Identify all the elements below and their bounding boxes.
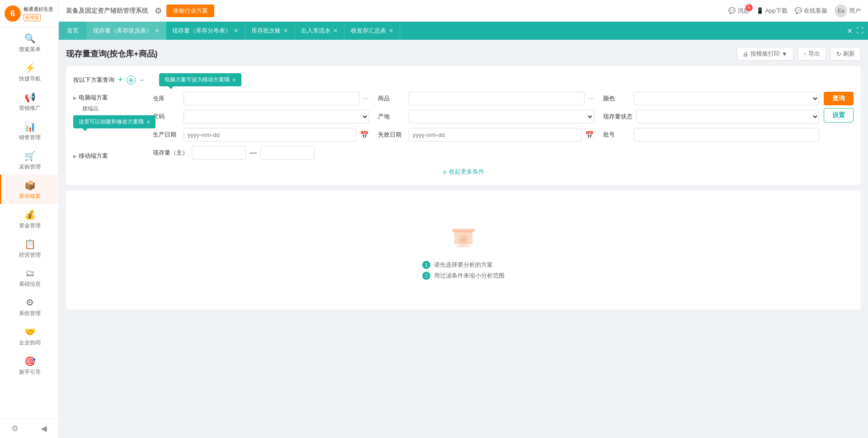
stock-range-dash: — [250, 149, 257, 157]
color-label: 颜色 [603, 94, 630, 103]
sidebar-item-marketing[interactable]: 📢 营销推广 [0, 86, 58, 116]
goods-dots[interactable]: ··· [588, 94, 594, 103]
tab-home[interactable]: 首页 [59, 22, 87, 40]
refresh-icon: ↻ [836, 51, 841, 57]
basic-icon: 🗂 [25, 268, 34, 278]
tab-inventory-dist[interactable]: 现存量（库存分布表） ✕ [166, 22, 245, 40]
purchase-icon: 🛒 [24, 151, 36, 161]
sidebar-item-basic[interactable]: 🗂 基础信息 [0, 263, 58, 292]
collapse-sidebar-btn[interactable]: ◀ [41, 424, 47, 433]
filter-fields-area: 仓库 ··· 商品 ··· 颜色 [146, 92, 819, 164]
expire-date-calendar-icon[interactable]: 📅 [585, 131, 594, 139]
sidebar-item-guide[interactable]: 🎯 新手引导 [0, 350, 58, 380]
size-select[interactable] [184, 110, 369, 123]
origin-select[interactable] [409, 110, 594, 123]
system-name: 装备及固定资产辅助管理系统 [66, 7, 148, 15]
reset-btn[interactable]: 设置 [824, 108, 854, 122]
filter-row-1: 仓库 ··· 商品 ··· 颜色 [153, 92, 819, 105]
desktop-scheme-sub: 接端品 [73, 104, 146, 114]
empty-step-2: 2 用过滤条件来缩小分析范围 [422, 272, 505, 280]
close-all-tabs-btn[interactable]: ✕ [847, 27, 853, 35]
scheme-edit-tooltip-close[interactable]: × [146, 118, 150, 126]
fullscreen-btn[interactable]: ⛶ [856, 27, 863, 35]
goods-input-container[interactable] [409, 92, 585, 105]
main-area: 装备及固定资产辅助管理系统 ⚙ 体验行业方案 💬 消息 6 📱 App下载 💬 … [59, 0, 868, 438]
tab-close-inventory-status[interactable]: ✕ [155, 28, 159, 34]
sidebar-item-enterprise[interactable]: 🤝 企业协同 [0, 321, 58, 350]
scheme-convert-tooltip: 电脑方案可设为移动方案哦 × [159, 73, 241, 86]
step-num-2: 2 [422, 272, 430, 280]
sidebar-nav: 🔍 搜索菜单 ⚡ 快捷导航 📢 营销推广 📊 销售管理 🛒 采购管理 📦 库存核… [0, 28, 58, 419]
quick-icon: ⚡ [24, 62, 36, 73]
system-icon: ⚙ [26, 297, 34, 308]
marketing-icon: 📢 [24, 92, 36, 103]
sidebar-item-quick[interactable]: ⚡ 快捷导航 [0, 57, 58, 86]
sidebar-item-search[interactable]: 🔍 搜索菜单 [0, 28, 58, 57]
tab-right-btns: ✕ ⛶ [847, 27, 868, 35]
top-header: 装备及固定资产辅助管理系统 ⚙ 体验行业方案 💬 消息 6 📱 App下载 💬 … [59, 0, 868, 22]
stock-status-select[interactable] [636, 110, 819, 123]
tab-close-inventory-dist[interactable]: ✕ [234, 28, 238, 34]
sidebar-item-operations[interactable]: 📋 经营管理 [0, 233, 58, 263]
field-warehouse: 仓库 ··· [153, 92, 369, 105]
mobile-scheme-item[interactable]: ▶ 移动端方案 [73, 150, 146, 162]
collapse-filter-btn[interactable]: ∧ 收起更多条件 [73, 164, 854, 178]
user-item[interactable]: Ea 用户 [835, 5, 861, 17]
app-download-item[interactable]: 📱 App下载 [756, 7, 788, 15]
guide-icon: 🎯 [24, 356, 36, 367]
finance-icon: 💰 [24, 209, 36, 220]
scheme-edit-tooltip: 这里可以创建和修改方案哦 × [73, 115, 156, 128]
tab-inventory-batch[interactable]: 库存批次账 ✕ [245, 22, 295, 40]
prod-date-calendar-icon[interactable]: 📅 [360, 131, 369, 139]
app-logo: 6 畅通通好生意 标准版 [0, 0, 58, 28]
export-btn[interactable]: ↑ 导出 [798, 47, 826, 61]
warehouse-dots[interactable]: ··· [363, 94, 369, 103]
batch-input[interactable] [634, 128, 819, 141]
search-btn[interactable]: 查询 [824, 92, 854, 105]
color-select[interactable] [634, 92, 819, 105]
add-scheme-btn[interactable]: + [118, 75, 123, 85]
support-item[interactable]: 💬 在线客服 [795, 7, 827, 15]
batch-label: 批号 [603, 131, 630, 139]
tab-recv-summary[interactable]: 收发存汇总表 ✕ [344, 22, 400, 40]
copy-scheme-btn[interactable]: ⊕ [127, 75, 136, 85]
tab-close-recv-summary[interactable]: ✕ [389, 28, 393, 34]
logo-icon: 6 [5, 5, 21, 22]
field-size: 尺码 [153, 110, 369, 123]
system-gear-btn[interactable]: ⚙ [155, 6, 162, 16]
tab-in-out-flow[interactable]: 出入库流水 ✕ [295, 22, 344, 40]
svg-rect-1 [452, 229, 475, 232]
settings-bottom-btn[interactable]: ⚙ [11, 424, 19, 433]
tab-close-inventory-batch[interactable]: ✕ [283, 28, 288, 34]
sidebar-item-system[interactable]: ⚙ 系统管理 [0, 292, 58, 321]
scheme-edit-tooltip-container: 这里可以创建和修改方案哦 × [73, 115, 156, 128]
stock-main-to[interactable] [260, 146, 315, 160]
desktop-scheme-item[interactable]: ▶ 电脑端方案 [73, 92, 146, 104]
filter-panel: 按以下方案查询 + ⊕ ← 电脑方案可设为移动方案哦 × ▶ 电脑端 [66, 66, 861, 185]
desktop-scheme-sub-item-0[interactable]: 接端品 [82, 104, 146, 114]
sidebar-item-inventory[interactable]: 📦 库存核算 [0, 174, 58, 204]
sidebar-item-purchase[interactable]: 🛒 采购管理 [0, 145, 58, 174]
prod-date-input[interactable] [184, 128, 356, 141]
tab-close-in-out-flow[interactable]: ✕ [333, 28, 338, 34]
origin-label: 产地 [378, 113, 405, 121]
field-stock-main: 现存量（主） — [153, 146, 819, 160]
header-left: 装备及固定资产辅助管理系统 ⚙ 体验行业方案 [66, 5, 214, 17]
field-goods: 商品 ··· [378, 92, 594, 105]
app-download-icon: 📱 [756, 7, 764, 14]
notification-item[interactable]: 💬 消息 6 [728, 7, 749, 15]
sidebar-item-sales[interactable]: 📊 销售管理 [0, 116, 58, 145]
sidebar-item-finance[interactable]: 💰 资金管理 [0, 204, 58, 233]
mobile-scheme-arrow: ▶ [73, 154, 77, 159]
print-btn[interactable]: 🖨 按模板打印 ▼ [737, 47, 793, 61]
tab-inventory-status[interactable]: 现存量（库存状况表） ✕ [87, 22, 166, 40]
logo-text: 畅通通好生意 标准版 [24, 6, 53, 21]
back-scheme-btn[interactable]: ← [139, 76, 146, 84]
warehouse-input-container[interactable] [184, 92, 359, 105]
scheme-convert-tooltip-close[interactable]: × [232, 76, 236, 84]
refresh-btn[interactable]: ↻ 刷新 [830, 47, 861, 61]
stock-main-from[interactable] [192, 146, 246, 160]
industry-btn[interactable]: 体验行业方案 [166, 5, 214, 17]
expire-date-input[interactable] [409, 128, 581, 141]
step-num-1: 1 [422, 261, 430, 269]
